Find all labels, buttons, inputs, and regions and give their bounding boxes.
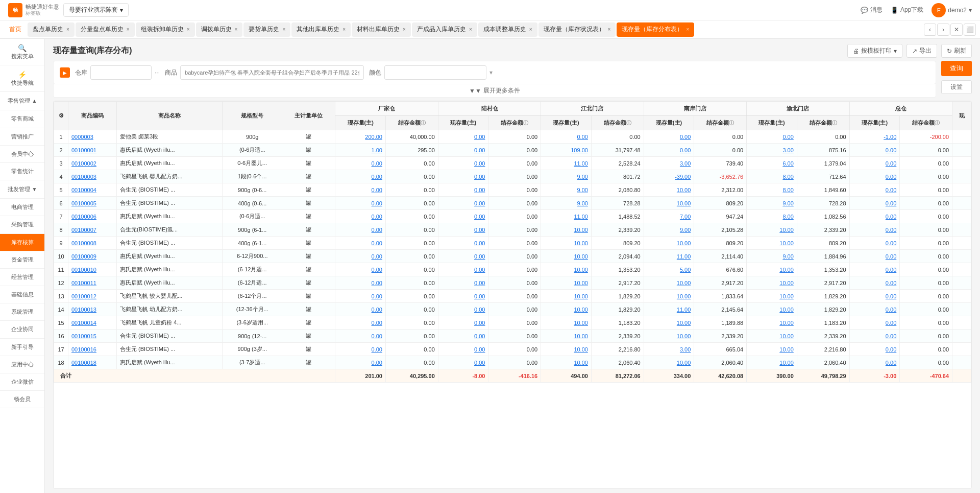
info-icon[interactable]: ⓘ <box>626 120 631 126</box>
tab-assembly[interactable]: 组装拆卸单历史× <box>136 22 195 37</box>
sidebar-item-basic-info[interactable]: 基础信息 <box>0 286 44 303</box>
sidebar-item-purchase[interactable]: 采购管理 <box>0 216 44 233</box>
sidebar-item-app-center[interactable]: 应用中心 <box>0 356 44 373</box>
col-zc-qty: 现存量(主) <box>849 116 900 130</box>
printer-icon: 🖨 <box>853 48 859 55</box>
sidebar: 🔍 搜索英单 ⚡ 快捷导航 零售管理 ▲ 零售商城 营销推广 会员中心 零售统计… <box>0 39 45 493</box>
refresh-btn[interactable]: ↻ 刷新 <box>941 44 972 58</box>
col-jb-qty: 现存量(主) <box>541 116 592 130</box>
close-icon[interactable]: × <box>403 27 406 32</box>
close-icon[interactable]: × <box>686 27 689 32</box>
color-dropdown-icon[interactable]: ▾ <box>489 69 493 76</box>
chevron-down-icon: ▾ <box>894 48 897 55</box>
avatar: E <box>932 3 946 17</box>
query-button[interactable]: 查询 <box>941 61 972 76</box>
col-extra: 现 <box>952 102 971 130</box>
sidebar-item-marketing[interactable]: 营销推广 <box>0 128 44 146</box>
col-cf-amt: 结存金额ⓘ <box>386 116 438 130</box>
nav-close-all[interactable]: ✕ <box>950 24 963 36</box>
sidebar-item-system[interactable]: 系统管理 <box>0 303 44 321</box>
table-row: 13 00100012 飞鹤星飞帆 较大婴儿配... (6-12个月... 罐 … <box>54 290 971 303</box>
sidebar-item-member[interactable]: 会员中心 <box>0 146 44 163</box>
sidebar-item-ecommerce[interactable]: 电商管理 <box>0 199 44 216</box>
close-icon[interactable]: × <box>529 27 532 32</box>
settings-button[interactable]: 设置 <box>941 80 972 94</box>
close-icon[interactable]: × <box>282 27 285 32</box>
close-icon[interactable]: × <box>342 27 346 32</box>
warehouse-dots[interactable]: ··· <box>155 69 160 76</box>
info-icon[interactable]: ⓘ <box>421 120 426 126</box>
sidebar-item-wechat-work[interactable]: 企业微信 <box>0 373 44 391</box>
nav-prev[interactable]: ‹ <box>924 24 936 36</box>
message-btn[interactable]: 💬 消息 <box>861 6 883 14</box>
download-icon: 📱 <box>891 7 898 14</box>
tab-inventory-check[interactable]: 盘点单历史× <box>28 22 75 37</box>
tab-split-inventory[interactable]: 分量盘点单历史× <box>76 22 135 37</box>
sidebar-item-search[interactable]: 🔍 搜索英单 <box>0 39 44 65</box>
table-row: 9 00100008 合生元 (BIOSTIME) ... 400g (6-1.… <box>54 237 971 250</box>
sidebar-item-quick-nav[interactable]: ⚡ 快捷导航 <box>0 65 44 92</box>
sidebar-item-enterprise[interactable]: 企业协同 <box>0 321 44 338</box>
sidebar-item-inventory[interactable]: 库存核算 <box>0 234 44 251</box>
sidebar-item-operations[interactable]: 经营管理 <box>0 269 44 286</box>
export-btn[interactable]: ↗ 导出 <box>906 44 937 58</box>
page-header: 现存量查询(库存分布) 🖨 按模板打印 ▾ ↗ 导出 ↻ 刷新 <box>45 39 980 58</box>
filter-toggle-btn[interactable]: ▶ <box>60 67 70 78</box>
close-icon[interactable]: × <box>608 27 611 32</box>
print-btn[interactable]: 🖨 按模板打印 ▾ <box>847 44 902 58</box>
close-icon[interactable]: × <box>187 27 190 32</box>
info-icon[interactable]: ⓘ <box>832 120 837 126</box>
sidebar-item-retail[interactable]: 零售管理 ▲ <box>0 92 44 110</box>
col-group-jiangbei: 江北门店 <box>541 102 644 116</box>
sidebar-item-wholesale[interactable]: 批发管理 ▼ <box>0 180 44 199</box>
tab-stock-distribution[interactable]: 现存量（库存分布表）× <box>617 22 694 37</box>
close-icon[interactable]: × <box>235 27 238 32</box>
close-icon[interactable]: × <box>469 27 472 32</box>
content-area: 现存量查询(库存分布) 🖨 按模板打印 ▾ ↗ 导出 ↻ 刷新 <box>45 39 980 493</box>
sidebar-item-retail-stats[interactable]: 零售统计 <box>0 163 44 180</box>
col-name-header: 商品名称 <box>117 102 223 130</box>
color-input[interactable] <box>384 65 486 80</box>
message-icon: 💬 <box>861 7 868 14</box>
sidebar-item-finance[interactable]: 资金管理 <box>0 251 44 269</box>
table-row: 17 00100016 合生元 (BIOSTIME) ... 900g (3岁.… <box>54 343 971 356</box>
user-area[interactable]: E demo2 ▾ <box>932 3 972 17</box>
tab-cost-adjust[interactable]: 成本调整单历史× <box>478 22 537 37</box>
sidebar-item-retail-mall[interactable]: 零售商城 <box>0 110 44 128</box>
tab-product-inbound[interactable]: 产成品入库单历史× <box>412 22 477 37</box>
warehouse-input[interactable] <box>90 65 152 80</box>
expand-icon: ▼▼ <box>469 87 481 95</box>
tab-home[interactable]: 首页 <box>4 22 27 37</box>
table-row: 15 00100014 飞鹤星飞帆 儿童奶粉 4... (3-6岁适用... 罐… <box>54 316 971 330</box>
close-icon[interactable]: × <box>127 27 130 32</box>
tab-other-outbound[interactable]: 其他出库单历史× <box>291 22 351 37</box>
info-icon[interactable]: ⓘ <box>523 120 528 126</box>
sidebar-item-guide[interactable]: 新手引导 <box>0 339 44 356</box>
tab-material-outbound[interactable]: 材料出库单历史× <box>352 22 411 37</box>
expand-more-btn[interactable]: ▼▼ 展开更多条件 <box>53 84 936 98</box>
col-cf-qty: 现存量(主) <box>335 116 386 130</box>
nav-expand[interactable]: ⬜ <box>964 24 976 36</box>
header-actions: 🖨 按模板打印 ▾ ↗ 导出 ↻ 刷新 <box>847 44 972 58</box>
top-bar-left: 畅 畅捷通好生意 标签版 母婴行业演示陈套 ▾ <box>8 3 129 17</box>
tab-requisition[interactable]: 要货单历史× <box>243 22 290 37</box>
sidebar-item-member2[interactable]: 畅会员 <box>0 391 44 408</box>
info-icon[interactable]: ⓘ <box>935 120 940 126</box>
goods-input[interactable] <box>180 65 364 80</box>
nav-tabs: 首页 盘点单历史× 分量盘点单历史× 组装拆卸单历史× 调拨单历史× 要货单历史… <box>0 20 980 39</box>
export-icon: ↗ <box>912 48 917 55</box>
page-title: 现存量查询(库存分布) <box>53 45 132 56</box>
col-zc-amt: 结存金额ⓘ <box>900 116 952 130</box>
close-icon[interactable]: × <box>66 27 69 32</box>
tab-transfer[interactable]: 调拨单历史× <box>196 22 243 37</box>
data-table: ⚙ 商品编码 商品名称 规格型号 主计量单位 厂家仓 陆村仓 江北门店 南岸门店… <box>54 101 971 383</box>
industry-select[interactable]: 母婴行业演示陈套 ▾ <box>63 3 129 17</box>
info-icon[interactable]: ⓘ <box>729 120 734 126</box>
tab-stock-status[interactable]: 现存量（库存状况表）× <box>538 22 616 37</box>
gear-icon[interactable]: ⚙ <box>59 112 64 119</box>
nav-next[interactable]: › <box>937 24 949 36</box>
search-icon: 🔍 <box>3 44 41 52</box>
chevron-up-icon: ▲ <box>32 98 37 104</box>
col-group-yubei: 渝北门店 <box>747 102 849 116</box>
app-download-btn[interactable]: 📱 App下载 <box>891 6 923 14</box>
